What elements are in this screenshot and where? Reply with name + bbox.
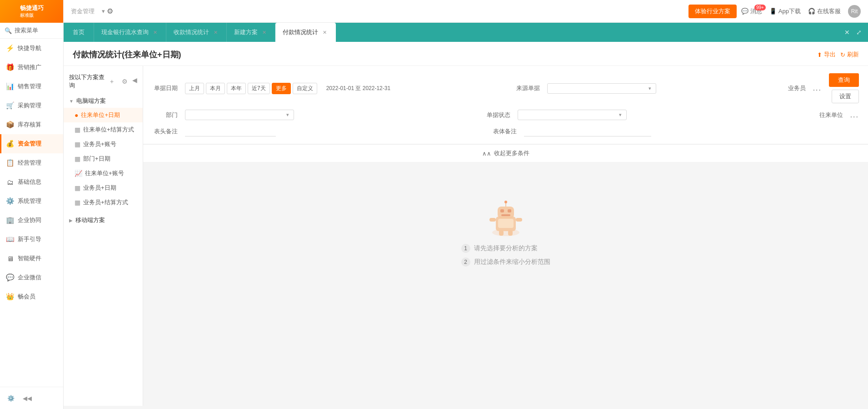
date-btn-last-7[interactable]: 近7天 — [248, 83, 270, 94]
sidebar-item-quick-nav[interactable]: ⚡ 快捷导航 — [0, 39, 63, 58]
sidebar-item-guide[interactable]: 📖 新手引导 — [0, 230, 63, 249]
filter-area: 单据日期 上月 本月 本年 近7天 更多 自定义 2022-01-01 至 20… — [143, 66, 868, 406]
staff-ellipsis-btn[interactable]: ... — [813, 84, 822, 92]
dept-select[interactable]: ▾ — [185, 110, 294, 120]
basic-icon: 🗂 — [6, 178, 14, 186]
scheme-group-mobile-header[interactable]: ▶ 移动端方案 — [64, 213, 143, 227]
partner-ellipsis-btn[interactable]: ... — [850, 111, 859, 119]
page-title: 付款情况统计(往来单位+日期) — [73, 49, 181, 60]
scheme-item-unit-settlement[interactable]: ▦ 往来单位+结算方式 — [64, 122, 143, 137]
tab-home[interactable]: 首页 — [64, 23, 94, 42]
filter-settings-btn[interactable]: 设置 — [832, 90, 859, 103]
sales-label: 销售管理 — [18, 82, 41, 91]
collapse-bar[interactable]: ∧∧ 收起更多条件 — [143, 144, 868, 162]
tab-bank-flow-close[interactable]: ✕ — [151, 29, 159, 36]
scheme-item-unit-account[interactable]: 📈 往来单位+账号 — [64, 166, 143, 181]
search-icon: 🔍 — [5, 27, 12, 34]
topbar-settings-icon[interactable]: ⚙ — [107, 7, 113, 15]
body-note-label: 表体备注 — [491, 127, 517, 136]
tab-bank-flow[interactable]: 现金银行流水查询 ✕ — [94, 23, 166, 42]
sidebar-item-sales[interactable]: 📊 销售管理 — [0, 77, 63, 96]
svg-rect-12 — [498, 219, 514, 228]
dept-label: 部门 — [152, 111, 178, 119]
tab-new-scheme-close[interactable]: ✕ — [260, 29, 268, 36]
date-btn-last-month[interactable]: 上月 — [185, 83, 204, 94]
export-icon: ⬆ — [817, 51, 822, 58]
tab-payment-summary-close[interactable]: ✕ — [321, 29, 328, 36]
sidebar-item-hardware[interactable]: 🖥 智能硬件 — [0, 249, 63, 268]
staff-account-label: 业务员+账号 — [83, 140, 116, 148]
date-range-text: 2022-01-01 至 2022-12-31 — [326, 85, 390, 92]
sidebar-settings-btn[interactable]: ⚙️ — [5, 392, 17, 404]
scheme-item-staff-settlement[interactable]: ▦ 业务员+结算方式 — [64, 195, 143, 210]
sidebar-item-basic[interactable]: 🗂 基础信息 — [0, 172, 63, 192]
sidebar-item-marketing[interactable]: 🎁 营销推广 — [0, 58, 63, 77]
svg-rect-3 — [500, 209, 504, 212]
user-avatar[interactable]: Rit — [848, 5, 861, 18]
refresh-btn[interactable]: ↻ 刷新 — [840, 50, 859, 59]
staff-settlement-icon: ▦ — [75, 199, 80, 206]
tab-payment-stats-label: 收款情况统计 — [174, 28, 209, 36]
topbar: 资金管理 ▾ ⚙ 体验行业方案 💬 消息 99+ 📱 App下载 🎧 在线客服 … — [64, 0, 868, 23]
online-service-btn[interactable]: 🎧 在线客服 — [808, 7, 841, 15]
purchase-icon: 🛒 — [6, 101, 14, 110]
voucher-status-arrow-icon: ▾ — [619, 112, 622, 118]
tab-new-scheme[interactable]: 新建方案 ✕ — [227, 23, 275, 42]
export-btn[interactable]: ⬆ 导出 — [817, 50, 836, 59]
sidebar-item-capital[interactable]: 💰 资金管理 — [0, 134, 63, 153]
sidebar-collapse-btn[interactable]: ◀◀ — [21, 392, 34, 404]
date-btn-more[interactable]: 更多 — [272, 83, 291, 94]
header-note-input[interactable] — [185, 126, 276, 136]
scheme-group-pc-header[interactable]: ▼ 电脑端方案 — [64, 94, 143, 108]
sidebar-nav: ⚡ 快捷导航 🎁 营销推广 📊 销售管理 🛒 采购管理 📦 库存核算 💰 资金管… — [0, 39, 63, 387]
query-btn[interactable]: 查询 — [829, 73, 859, 87]
industry-btn[interactable]: 体验行业方案 — [688, 5, 737, 18]
messages-badge: 99+ — [754, 5, 766, 10]
collapse-label: 收起更多条件 — [494, 149, 529, 157]
topbar-dropdown-icon[interactable]: ▾ — [102, 8, 105, 15]
scheme-settings-btn[interactable]: ⚙ — [120, 76, 130, 86]
hardware-label: 智能硬件 — [18, 254, 41, 263]
scheme-group-pc: ▼ 电脑端方案 ● 往来单位+日期 ▦ 往来单位+结算方式 ▦ 业务员+账号 — [64, 92, 143, 212]
expand-tab-btn[interactable]: ⤢ — [854, 27, 863, 38]
scheme-item-staff-date[interactable]: ▦ 业务员+日期 — [64, 181, 143, 195]
empty-tip-1: 1 请先选择要分析的方案 — [461, 244, 550, 253]
tab-payment-stats-close[interactable]: ✕ — [212, 29, 219, 36]
mobile-group-arrow-icon: ▶ — [69, 218, 73, 223]
sidebar-item-search[interactable]: 🔍 搜索菜单 — [0, 23, 63, 39]
sidebar-item-system[interactable]: ⚙️ 系统管理 — [0, 192, 63, 211]
sidebar-item-operations[interactable]: 📋 经营管理 — [0, 153, 63, 172]
scheme-item-staff-account[interactable]: ▦ 业务员+账号 — [64, 137, 143, 151]
source-voucher-arrow-icon: ▾ — [649, 86, 651, 91]
tabs-end-actions: ✕ ⤢ — [843, 27, 868, 38]
sidebar-item-wechat[interactable]: 💬 企业微信 — [0, 268, 63, 287]
scheme-item-dept-date[interactable]: ▦ 部门+日期 — [64, 151, 143, 166]
date-btn-custom[interactable]: 自定义 — [293, 83, 317, 94]
date-btn-this-month[interactable]: 本月 — [206, 83, 225, 94]
sidebar-item-purchase[interactable]: 🛒 采购管理 — [0, 96, 63, 115]
body-note-input[interactable] — [524, 126, 651, 136]
staff-label: 业务员 — [780, 84, 806, 92]
tab-payment-summary[interactable]: 付款情况统计 ✕ — [275, 23, 336, 42]
sidebar-item-inventory[interactable]: 📦 库存核算 — [0, 115, 63, 134]
sidebar-item-member[interactable]: 👑 畅会员 — [0, 287, 63, 306]
capital-label: 资金管理 — [18, 140, 41, 148]
tab-home-label: 首页 — [73, 28, 85, 36]
filter-actions: 查询 设置 — [829, 73, 859, 103]
source-voucher-select[interactable]: ▾ — [547, 83, 656, 94]
staff-date-label: 业务员+日期 — [83, 184, 116, 192]
scheme-add-btn[interactable]: + — [107, 76, 117, 86]
close-all-tabs-btn[interactable]: ✕ — [843, 27, 852, 38]
scheme-item-unit-date[interactable]: ● 往来单位+日期 — [64, 108, 143, 122]
app-download-btn[interactable]: 📱 App下载 — [769, 7, 801, 15]
voucher-status-select[interactable]: ▾ — [518, 110, 627, 120]
scheme-collapse-btn[interactable]: ◀ — [132, 76, 137, 86]
settings-bottom-icon: ⚙️ — [7, 395, 15, 402]
quick-nav-label: 快捷导航 — [18, 44, 41, 52]
tab-payment-stats[interactable]: 收款情况统计 ✕ — [166, 23, 227, 42]
date-btn-this-year[interactable]: 本年 — [227, 83, 246, 94]
messages-btn[interactable]: 💬 消息 99+ — [741, 7, 762, 15]
sidebar-item-enterprise[interactable]: 🏢 企业协同 — [0, 211, 63, 230]
svg-rect-9 — [516, 218, 522, 222]
unit-settlement-label: 往来单位+结算方式 — [83, 126, 134, 134]
